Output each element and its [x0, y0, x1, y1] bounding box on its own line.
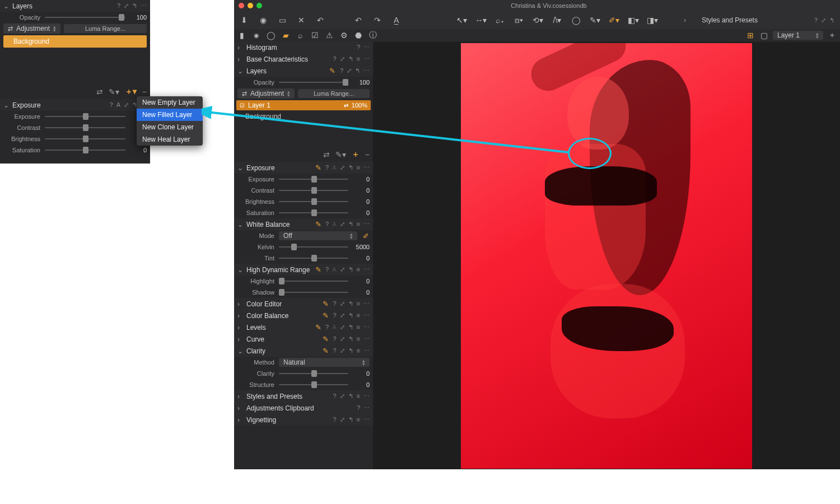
warning-icon[interactable]: ⚠: [325, 31, 334, 40]
ctx-new-filled-layer[interactable]: New Filled Layer: [137, 109, 203, 121]
undo2-icon[interactable]: ↶: [354, 16, 363, 25]
slider[interactable]: [45, 150, 125, 151]
main-toolbar: ⬇ ◉ ▭ ✕ ↶ ↶ ↷ A̲ ↖▾ ↔▾ ⌕▾ ⧈▾ ⟲▾ /\▾ ◯ ✎▾…: [234, 11, 840, 29]
swap-icon[interactable]: ⇄: [96, 87, 103, 96]
layers-header[interactable]: ⌄Layers✎?⤢↰⋯: [234, 65, 373, 77]
adjustment-row: ⇄ Adjustment ▴▾ Luma Range...: [0, 23, 150, 34]
brush-icon[interactable]: ✎▾: [109, 87, 119, 96]
opacity-slider[interactable]: [45, 17, 125, 18]
gear-icon[interactable]: ⚙: [339, 31, 348, 40]
opacity-label: Opacity: [3, 14, 40, 21]
opacity-slider[interactable]: [279, 82, 348, 83]
slider[interactable]: [45, 138, 125, 139]
redo-icon[interactable]: ↷: [373, 16, 382, 25]
remove-layer-button[interactable]: −: [142, 87, 147, 96]
maximize-window-icon[interactable]: [256, 3, 262, 8]
picker-icon: ✎: [329, 67, 337, 75]
exposure-slider-row: Exposure0: [0, 111, 150, 122]
exposure-header[interactable]: ⌄ Exposure ?A⤢↰⋯: [0, 99, 150, 111]
checkbox-icon[interactable]: ☑: [310, 31, 319, 40]
exposure-title: Exposure: [12, 101, 106, 109]
hand-tool-icon[interactable]: ↔▾: [477, 16, 486, 25]
clarity-method-select[interactable]: Natural▴▾: [279, 358, 370, 367]
histogram-header[interactable]: ›Histogram?⋯: [234, 41, 373, 53]
wb-mode-select[interactable]: Off▴▾: [279, 231, 357, 240]
add-layer-button[interactable]: ＋▾: [125, 87, 137, 97]
import-icon[interactable]: ⬇: [240, 16, 249, 25]
slider[interactable]: [45, 116, 125, 117]
saturation-slider-row: Saturation0: [0, 144, 150, 156]
luma-range-button[interactable]: Luma Range...: [64, 24, 147, 33]
exposure-header[interactable]: ⌄Exposure✎?A⤢↰≡⋯: [234, 162, 373, 174]
add-layer-button[interactable]: ＋: [352, 150, 360, 160]
folder-open-icon[interactable]: ▭: [278, 16, 287, 25]
header-actions[interactable]: ?⤢↰: [814, 17, 834, 24]
adj-clipboard-header[interactable]: ›Adjustments Clipboard?⋯: [234, 402, 373, 414]
header-actions[interactable]: ?⤢↰⋯: [117, 2, 147, 10]
crop-tool-icon[interactable]: ⧈▾: [515, 16, 524, 25]
camera-icon[interactable]: ◉: [259, 16, 268, 25]
loupe-icon[interactable]: ⌕: [296, 31, 305, 40]
titlebar: Christina & Viv.cosessiondb: [234, 0, 840, 11]
single-view-icon[interactable]: ▢: [759, 31, 768, 40]
ctx-new-clone-layer[interactable]: New Clone Layer: [137, 121, 203, 133]
swap-icon[interactable]: ⇄: [323, 150, 330, 159]
circle-icon[interactable]: ◯: [267, 31, 276, 40]
clarity-header[interactable]: ⌄Clarity✎?⤢↰≡⋯: [234, 345, 373, 357]
ctx-new-empty-layer[interactable]: New Empty Layer: [137, 96, 203, 109]
chevron-right-icon[interactable]: ›: [684, 16, 689, 24]
luma-range-button[interactable]: Luma Range...: [298, 89, 370, 98]
brush-icon[interactable]: ✎▾: [335, 150, 346, 159]
text-tool-icon[interactable]: A̲: [392, 16, 401, 25]
levels-header[interactable]: ›Levels✎?A⤢↰≡⋯: [234, 321, 373, 333]
background-layer-row[interactable]: Background: [234, 111, 373, 122]
base-char-header[interactable]: ›Base Characteristics?⤢↰≡⋯: [234, 53, 373, 65]
bucket-icon[interactable]: ▰: [281, 31, 290, 40]
color-editor-header[interactable]: ›Color Editor✎?⤢↰≡⋯: [234, 298, 373, 310]
window-controls[interactable]: [239, 3, 262, 8]
eyedropper-icon[interactable]: ✐: [362, 232, 370, 240]
image-viewer[interactable]: [373, 43, 840, 469]
adjustment-dropdown[interactable]: ⇄ Adjustment ▴▾: [3, 24, 60, 34]
inspector-panel: ›Histogram?⋯ ›Base Characteristics?⤢↰≡⋯ …: [234, 41, 373, 469]
keystone-tool-icon[interactable]: /\▾: [553, 16, 562, 25]
adjustment-dropdown[interactable]: ⇄ Adjustment ▴▾: [237, 88, 295, 99]
background-layer[interactable]: Background: [3, 35, 147, 48]
secondary-toolbar: ▮ ◉ ◯ ▰ ⌕ ☑ ⚠ ⚙ ⬣ ⓘ ⊞ ▢ Layer 1▴▾ ＋: [234, 29, 840, 41]
checkbox-icon[interactable]: ☑: [240, 102, 245, 109]
photo-preview: [461, 43, 752, 469]
undo-icon[interactable]: ↶: [316, 16, 325, 25]
close-window-icon[interactable]: [239, 3, 244, 8]
tag-icon[interactable]: ⬣: [354, 31, 363, 40]
left-cropped-panel: ⌄ Layers ?⤢↰⋯ Opacity 100 ⇄ Adjustment ▴…: [0, 0, 150, 164]
info-icon[interactable]: ⓘ: [368, 31, 377, 40]
layer-selector[interactable]: Layer 1▴▾: [773, 31, 823, 40]
rotate-tool-icon[interactable]: ⟲▾: [534, 16, 543, 25]
curve-header[interactable]: ›Curve✎?⤢↰≡⋯: [234, 333, 373, 345]
erase-tool-icon[interactable]: ◧▾: [629, 16, 638, 25]
cursor-tool-icon[interactable]: ↖▾: [458, 16, 466, 25]
white-balance-header[interactable]: ⌄White Balance✎?A⤢↰≡⋯: [234, 218, 373, 230]
slider[interactable]: [45, 127, 125, 128]
zoom-tool-icon[interactable]: ⌕▾: [496, 16, 505, 25]
annotation-circle: [568, 138, 612, 169]
camera2-icon[interactable]: ◉: [252, 31, 261, 40]
layers-header[interactable]: ⌄ Layers ?⤢↰⋯: [0, 0, 150, 12]
delete-x-icon[interactable]: ✕: [297, 16, 306, 25]
eyedropper-tool-icon[interactable]: ✐▾: [610, 16, 619, 25]
grid-view-icon[interactable]: ⊞: [746, 31, 755, 40]
styles-presets-label[interactable]: Styles and Presets: [702, 16, 758, 24]
hdr-header[interactable]: ⌄High Dynamic Range✎?A⤢↰≡⋯: [234, 264, 373, 276]
vignetting-header[interactable]: ›Vignetting?⤢↰≡⋯: [234, 414, 373, 426]
brush-tool-icon[interactable]: ✎▾: [591, 16, 600, 25]
library-icon[interactable]: ▮: [237, 31, 246, 40]
layer-1-row[interactable]: ☑ Layer 1 ⇄ 100%: [236, 100, 371, 110]
remove-layer-button[interactable]: −: [365, 150, 370, 159]
minimize-window-icon[interactable]: [248, 3, 253, 8]
styles-presets-header[interactable]: ›Styles and Presets?⤢↰≡⋯: [234, 390, 373, 402]
spot-tool-icon[interactable]: ◯: [572, 16, 581, 25]
ctx-new-heal-layer[interactable]: New Heal Layer: [137, 133, 203, 146]
add-selector-icon[interactable]: ＋: [828, 31, 837, 40]
color-balance-header[interactable]: ›Color Balance✎?⤢↰≡⋯: [234, 310, 373, 321]
gradient-tool-icon[interactable]: ◨▾: [648, 16, 657, 25]
